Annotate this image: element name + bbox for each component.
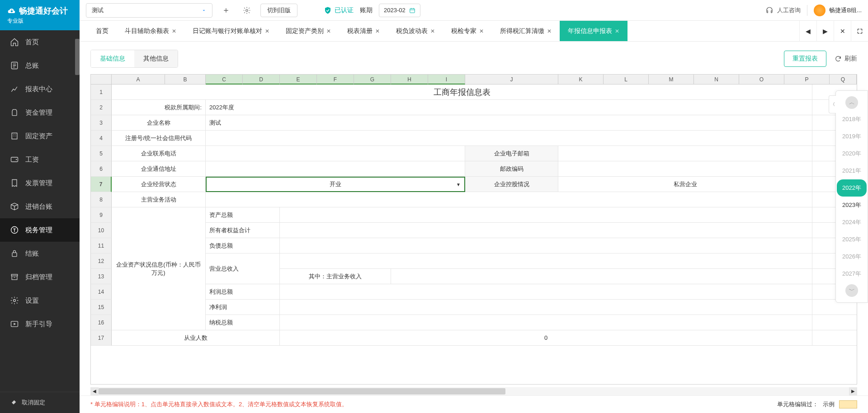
cell-asset-section[interactable]: 企业资产状况信息(币种：人民币万元) — [112, 207, 206, 330]
cell-holding-value[interactable]: 私营企业 — [558, 177, 812, 192]
cell-status-label[interactable]: 企业经营状态 — [112, 177, 206, 192]
support-button[interactable]: 人工咨询 — [765, 6, 801, 14]
cell-f15-val[interactable] — [280, 300, 812, 314]
scroll-right[interactable]: ▶ — [849, 387, 857, 395]
year-2021[interactable]: 2021年 — [837, 162, 867, 179]
cell-f16-val[interactable] — [280, 315, 812, 330]
cell-email-value[interactable] — [558, 146, 812, 161]
col-E[interactable]: E — [280, 75, 317, 84]
tabs-prev[interactable]: ◀ — [799, 21, 816, 42]
cell-employees-label[interactable]: 从业人数 — [112, 330, 280, 345]
col-D[interactable]: D — [243, 75, 280, 84]
cell-f16-label[interactable]: 纳税总额 — [206, 315, 280, 330]
col-J[interactable]: J — [465, 75, 558, 84]
row-3[interactable]: 3 — [91, 115, 112, 131]
row-1[interactable]: 1 — [91, 84, 112, 100]
nav-tax[interactable]: 税务管理 — [0, 218, 80, 242]
col-Q[interactable]: Q — [830, 75, 857, 84]
nav-inventory[interactable]: 进销台账 — [0, 195, 80, 218]
cell-status-value[interactable]: 开业 — [206, 177, 465, 192]
close-icon[interactable]: ✕ — [430, 28, 435, 34]
cell-f12-val[interactable] — [280, 253, 812, 268]
col-G[interactable]: G — [354, 75, 391, 84]
settings-button[interactable] — [240, 3, 254, 18]
year-2020[interactable]: 2020年 — [837, 145, 867, 162]
col-H[interactable]: H — [391, 75, 428, 84]
row-5[interactable]: 5 — [91, 146, 112, 161]
close-icon[interactable]: ✕ — [326, 28, 331, 34]
user-menu[interactable]: 畅捷通B组... — [814, 5, 862, 16]
cell-zip-label[interactable]: 邮政编码 — [465, 161, 558, 176]
cell-address-label[interactable]: 企业通信地址 — [112, 161, 206, 176]
row-4[interactable]: 4 — [91, 131, 112, 146]
refresh-button[interactable]: 刷新 — [835, 55, 857, 63]
row-7[interactable]: 7 — [91, 177, 112, 192]
cell-zip-value[interactable] — [558, 161, 812, 176]
row-8[interactable]: 8 — [91, 192, 112, 207]
year-2023[interactable]: 2023年 — [837, 197, 867, 214]
row-11[interactable]: 11 — [91, 238, 112, 253]
nav-settings[interactable]: 设置 — [0, 289, 80, 312]
col-L[interactable]: L — [604, 75, 649, 84]
cell-mainbiz-label[interactable]: 主营业务活动 — [112, 192, 206, 207]
close-icon[interactable]: ✕ — [547, 28, 552, 34]
tab-home[interactable]: 首页 — [88, 21, 117, 41]
cell-f14-val[interactable] — [280, 284, 812, 299]
row-9[interactable]: 9 — [91, 207, 112, 223]
col-A[interactable]: A — [112, 75, 165, 84]
row-13[interactable]: 13 — [91, 269, 112, 284]
cell-f13-label[interactable]: 其中：主营业务收入 — [280, 269, 391, 284]
col-B[interactable]: B — [165, 75, 206, 84]
tab-2[interactable]: 日记账与银行对账单核对✕ — [184, 21, 278, 41]
h-scrollbar[interactable]: ◀ ▶ — [90, 387, 857, 395]
cell-phone-value[interactable] — [206, 146, 465, 161]
cell-company-name-label[interactable]: 企业名称 — [112, 115, 206, 130]
row-2[interactable]: 2 — [91, 100, 112, 115]
col-F[interactable]: F — [317, 75, 354, 84]
close-icon[interactable]: ✕ — [375, 28, 380, 34]
row-6[interactable]: 6 — [91, 161, 112, 177]
tab-7[interactable]: 所得税汇算清缴✕ — [492, 21, 560, 41]
year-up[interactable]: ︿ — [845, 96, 858, 109]
nav-assets[interactable]: 固定资产 — [0, 124, 80, 148]
col-O[interactable]: O — [739, 75, 784, 84]
tab-annual-report[interactable]: 年报信息申报表✕ — [560, 21, 627, 41]
cell-mainbiz-value[interactable] — [206, 192, 812, 207]
close-icon[interactable]: ✕ — [615, 28, 619, 34]
subtab-basic[interactable]: 基础信息 — [91, 50, 134, 67]
tabs-next[interactable]: ▶ — [816, 21, 834, 42]
cell-email-label[interactable]: 企业电子邮箱 — [465, 146, 558, 161]
cell-f14-label[interactable]: 利润总额 — [206, 284, 280, 299]
col-M[interactable]: M — [649, 75, 694, 84]
cell-period-label[interactable]: 税款所属期间: — [112, 100, 206, 115]
year-2026[interactable]: 2026年 — [837, 248, 867, 265]
cell-reg-code-value[interactable] — [206, 131, 812, 145]
nav-invoice[interactable]: 发票管理 — [0, 171, 80, 195]
col-K[interactable]: K — [558, 75, 604, 84]
year-2022[interactable]: 2022年 — [837, 179, 867, 197]
cell-f11-label[interactable]: 负债总额 — [206, 238, 280, 253]
col-N[interactable]: N — [694, 75, 739, 84]
nav-guide[interactable]: 新手引导 — [0, 312, 80, 336]
cell-f9-label[interactable]: 资产总额 — [206, 207, 280, 222]
row-14[interactable]: 14 — [91, 284, 112, 300]
year-2027[interactable]: 2027年 — [837, 265, 867, 282]
tabs-close-all[interactable]: ✕ — [834, 21, 851, 42]
year-2025[interactable]: 2025年 — [837, 231, 867, 248]
period-input[interactable]: 2023-02 — [379, 4, 420, 17]
row-15[interactable]: 15 — [91, 300, 112, 315]
nav-ledger[interactable]: 总账 — [0, 54, 80, 77]
year-2019[interactable]: 2019年 — [837, 128, 867, 145]
col-P[interactable]: P — [784, 75, 830, 84]
select-all-corner[interactable] — [91, 75, 112, 84]
nav-archive[interactable]: 归档管理 — [0, 265, 80, 289]
nav-home[interactable]: 首页 — [0, 30, 80, 54]
close-icon[interactable]: ✕ — [479, 28, 484, 34]
tab-4[interactable]: 税表清册✕ — [339, 21, 388, 41]
cell-holding-label[interactable]: 企业控股情况 — [465, 177, 558, 192]
switch-old-button[interactable]: 切到旧版 — [260, 4, 297, 17]
row-12[interactable]: 12 — [91, 253, 112, 269]
cell-f15-label[interactable]: 净利润 — [206, 300, 280, 314]
year-2024[interactable]: 2024年 — [837, 214, 867, 231]
nav-salary[interactable]: 工资 — [0, 148, 80, 171]
